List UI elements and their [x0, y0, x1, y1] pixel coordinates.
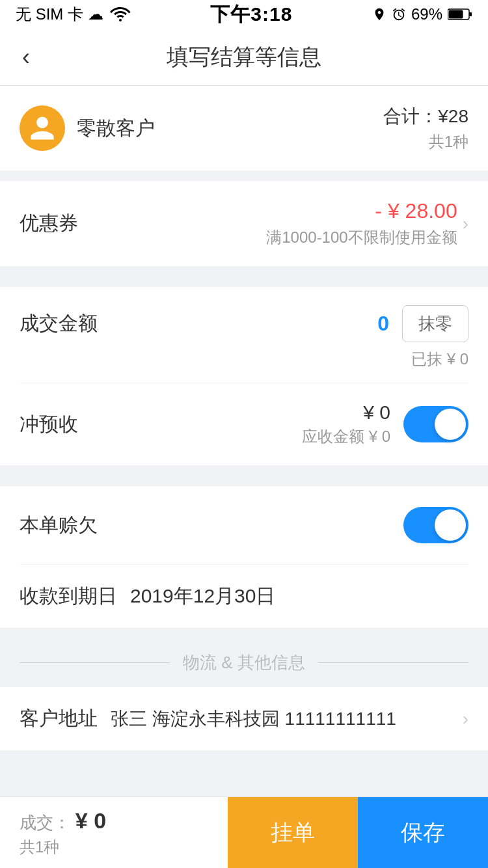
section-divider-1 [0, 277, 488, 287]
nav-title: 填写结算等信息 [167, 42, 321, 72]
alarm-icon [392, 7, 406, 21]
bottom-bar: 成交： ¥ 0 共1种 挂单 保存 [0, 796, 488, 868]
round-button[interactable]: 抹零 [402, 305, 468, 342]
bottom-deal-row: 成交： ¥ 0 [20, 808, 208, 834]
logistics-line-right [318, 662, 468, 663]
coupon-section: 优惠券 - ¥ 28.00 满1000-100不限制使用金额 › [0, 181, 488, 266]
customer-count: 共1种 [383, 131, 468, 152]
svg-rect-1 [448, 10, 463, 19]
coupon-label: 优惠券 [20, 210, 78, 237]
amount-value: 0 [377, 312, 389, 336]
address-value: 张三 海淀永丰科技园 11111111111 [111, 707, 450, 731]
charge-row: 冲预收 ¥ 0 应收金额 ¥ 0 [0, 383, 488, 465]
location-icon [372, 7, 386, 21]
due-value: 2019年12月30日 [130, 583, 275, 610]
address-section: 客户地址 张三 海淀永丰科技园 11111111111 › [0, 687, 488, 750]
charge-value: ¥ 0 [302, 401, 390, 424]
back-button[interactable]: ‹ [16, 37, 36, 77]
customer-total: 合计：¥28 [383, 104, 468, 129]
customer-left: 零散客户 [20, 105, 155, 151]
svg-rect-2 [469, 12, 472, 16]
customer-section: 零散客户 合计：¥28 共1种 [0, 86, 488, 170]
customer-row[interactable]: 零散客户 合计：¥28 共1种 [0, 86, 488, 170]
customer-name: 零散客户 [77, 115, 155, 142]
credit-row: 本单赊欠 [0, 486, 488, 564]
nav-bar: ‹ 填写结算等信息 [0, 29, 488, 86]
due-label: 收款到期日 [20, 583, 117, 610]
bottom-deal-amount: ¥ 0 [75, 808, 106, 833]
wifi-icon [110, 7, 131, 21]
charge-label: 冲预收 [20, 411, 78, 438]
charge-amounts: ¥ 0 应收金额 ¥ 0 [302, 401, 390, 447]
charge-toggle[interactable] [403, 406, 468, 442]
credit-section: 本单赊欠 收款到期日 2019年12月30日 [0, 486, 488, 628]
customer-summary: 合计：¥28 共1种 [383, 104, 468, 152]
amount-label: 成交金额 [20, 310, 98, 337]
credit-toggle[interactable] [403, 507, 468, 543]
bottom-count: 共1种 [20, 837, 208, 858]
bottom-deal-label: 成交： [20, 813, 70, 832]
amount-sub: 已抹 ¥ 0 [0, 349, 488, 383]
logistics-divider: 物流 & 其他信息 [0, 638, 488, 687]
section-divider-2 [0, 476, 488, 486]
charge-sub: 应收金额 ¥ 0 [302, 426, 390, 447]
due-row: 收款到期日 2019年12月30日 [0, 565, 488, 628]
amount-right: 0 抹零 [377, 305, 468, 342]
sim-status: 无 SIM 卡 ☁ [16, 4, 103, 25]
logistics-line-left [20, 662, 170, 663]
status-left: 无 SIM 卡 ☁ [16, 4, 131, 25]
logistics-label: 物流 & 其他信息 [183, 651, 305, 674]
address-label: 客户地址 [20, 705, 98, 732]
coupon-right: - ¥ 28.00 满1000-100不限制使用金额 › [266, 199, 468, 248]
coupon-chevron-icon: › [463, 213, 468, 234]
bottom-info: 成交： ¥ 0 共1种 [0, 808, 228, 858]
coupon-desc: 满1000-100不限制使用金额 [266, 227, 457, 248]
battery-level: 69% [411, 5, 442, 23]
coupon-discount: - ¥ 28.00 [266, 199, 457, 223]
amount-section: 成交金额 0 抹零 已抹 ¥ 0 冲预收 ¥ 0 应收金额 ¥ 0 [0, 287, 488, 465]
customer-avatar [20, 105, 65, 151]
address-row[interactable]: 客户地址 张三 海淀永丰科技园 11111111111 › [0, 687, 488, 750]
amount-row: 成交金额 0 抹零 [0, 287, 488, 349]
coupon-row[interactable]: 优惠券 - ¥ 28.00 满1000-100不限制使用金额 › [0, 181, 488, 266]
charge-right: ¥ 0 应收金额 ¥ 0 [302, 401, 468, 447]
battery-icon [448, 8, 472, 21]
address-chevron-icon: › [463, 709, 468, 729]
save-button[interactable]: 保存 [358, 797, 488, 869]
status-right: 69% [372, 5, 472, 23]
credit-label: 本单赊欠 [20, 512, 98, 539]
toggle-knob [435, 409, 466, 440]
hang-button[interactable]: 挂单 [228, 797, 358, 869]
status-time: 下午3:18 [210, 1, 292, 28]
status-bar: 无 SIM 卡 ☁ 下午3:18 69% [0, 0, 488, 29]
coupon-info: - ¥ 28.00 满1000-100不限制使用金额 [266, 199, 457, 248]
credit-toggle-knob [435, 509, 466, 541]
user-icon [28, 114, 57, 142]
